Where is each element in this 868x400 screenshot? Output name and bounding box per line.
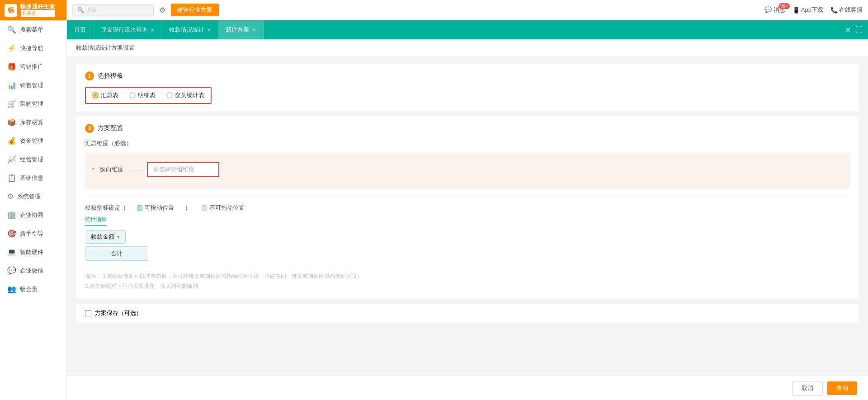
marketing-icon: 🎁: [7, 62, 16, 71]
radio-detail-circle: [129, 92, 136, 99]
finance-icon: 💰: [7, 136, 16, 145]
metric-dropdown-icon: ▼: [116, 235, 121, 240]
sidebar-item-marketing[interactable]: 🎁 营销推广: [0, 57, 66, 76]
metric-tag-receipt-amount[interactable]: 收款金额 ▼: [85, 229, 148, 245]
tab-bank-flow[interactable]: 现金银行流水查询 ×: [94, 20, 162, 39]
tab-expand-icon[interactable]: ⛶: [855, 26, 863, 34]
page-header: 收款情况统计方案设置: [67, 39, 868, 57]
radio-detail[interactable]: 明细表: [129, 91, 156, 99]
legend-static-item: 不可拖动位置: [202, 204, 245, 212]
metric-total: 合计: [85, 246, 148, 261]
topbar-actions: 💬 消息 99+ 📱 App下载 📞 在线客服: [764, 6, 863, 14]
sidebar-item-purchase[interactable]: 🛒 采购管理: [0, 94, 66, 113]
cancel-button[interactable]: 取消: [792, 381, 823, 395]
sidebar-item-system[interactable]: ⚙ 系统管理: [0, 187, 66, 206]
sidebar-item-member[interactable]: 👥 畅会员: [0, 280, 66, 298]
dimension-area: * 纵向维度 —— 请选择分组维度: [85, 153, 850, 189]
sidebar-item-hardware[interactable]: 💻 智能硬件: [0, 243, 66, 261]
search-menu-icon: 🔍: [7, 25, 16, 34]
sidebar-item-search-menu[interactable]: 🔍 搜索菜单: [0, 20, 66, 39]
metrics-group-label: 统计指标: [85, 216, 107, 226]
base-info-icon: 📋: [7, 174, 16, 182]
tab-close-all-icon[interactable]: ✕: [845, 26, 851, 34]
dimension-arrow-icon: ——: [129, 166, 142, 173]
dimension-select[interactable]: 请选择分组维度: [147, 162, 219, 177]
tab-home[interactable]: 首页: [67, 20, 94, 39]
legend-static-box: [202, 205, 207, 211]
query-button[interactable]: 查询: [827, 381, 857, 395]
sidebar-item-inventory[interactable]: 📦 库存核算: [0, 113, 66, 132]
footer: 取消 查询: [67, 376, 868, 400]
tab-receipt-stats[interactable]: 收款情况统计 ×: [162, 20, 218, 39]
sidebar-item-operations[interactable]: 📈 经营管理: [0, 150, 66, 169]
section2-header: 2 方案配置: [85, 124, 850, 133]
search-icon: 🔍: [77, 7, 84, 13]
metrics-table: 统计指标 收款金额 ▼ 合计: [85, 216, 148, 261]
required-star: *: [92, 166, 94, 173]
tabbar: 首页 现金银行流水查询 × 收款情况统计 × 新建方案 × ✕ ⛶: [67, 20, 868, 39]
notification-btn[interactable]: 💬 消息 99+: [764, 6, 785, 14]
tab-receipt-stats-close[interactable]: ×: [207, 26, 211, 33]
metrics-section: 模板指标设定（ 可拖动位置 ） 不可拖动位置 统计指标: [85, 204, 850, 261]
sidebar-nav: 🔍 搜索菜单 ⚡ 快捷导航 🎁 营销推广 📊 销售管理 🛒 采购管理 📦 库存核…: [0, 20, 66, 400]
sidebar-item-quick-nav[interactable]: ⚡ 快捷导航: [0, 39, 66, 57]
guide-icon: 🎯: [7, 229, 16, 238]
sidebar-logo: 畅 畅捷通好生意 标准版: [0, 0, 66, 20]
topbar-search[interactable]: 🔍 搜索: [72, 4, 154, 16]
dimension-row: * 纵向维度 —— 请选择分组维度: [92, 162, 843, 177]
metric-tag-inner: 收款金额 ▼: [86, 230, 126, 244]
section-config: 2 方案配置 汇总维度（必选） * 纵向维度 —— 请选择分组维度: [76, 117, 859, 298]
sidebar-item-wechat[interactable]: 💬 企业微信: [0, 261, 66, 280]
template-radio-group: 汇总表 明细表 交叉统计表: [85, 87, 212, 104]
main-area: 🔍 搜索 ⚙ 体验行业方案 💬 消息 99+ 📱 App下载 📞 在线客服 首页: [67, 0, 868, 400]
wechat-icon: 💬: [7, 266, 16, 275]
save-section: 方案保存（可选）: [76, 304, 859, 323]
download-btn[interactable]: 📱 App下载: [793, 6, 823, 14]
radio-summary-circle: [92, 92, 99, 99]
radio-cross[interactable]: 交叉统计表: [166, 91, 204, 99]
support-btn[interactable]: 📞 在线客服: [830, 6, 863, 14]
sidebar-item-base-info[interactable]: 📋 基础信息: [0, 169, 66, 187]
system-icon: ⚙: [7, 192, 14, 201]
tab-new-plan[interactable]: 新建方案 ×: [218, 20, 263, 39]
logo-icon: 畅: [5, 4, 17, 17]
tab-bank-flow-close[interactable]: ×: [151, 26, 154, 33]
sidebar: 畅 畅捷通好生意 标准版 🔍 搜索菜单 ⚡ 快捷导航 🎁 营销推广 📊 销售管理…: [0, 0, 67, 400]
sidebar-item-finance[interactable]: 💰 资金管理: [0, 132, 66, 150]
radio-summary[interactable]: 汇总表: [92, 91, 118, 99]
sales-icon: 📊: [7, 81, 16, 89]
form-body: 1 选择模板 汇总表 明细表 交叉统计表: [67, 57, 868, 330]
metrics-header: 模板指标设定（ 可拖动位置 ） 不可拖动位置: [85, 204, 850, 212]
member-icon: 👥: [7, 285, 16, 293]
hardware-icon: 💻: [7, 248, 16, 256]
logo-text: 畅捷通好生意 标准版: [20, 3, 55, 18]
gear-icon[interactable]: ⚙: [157, 4, 167, 16]
purchase-icon: 🛒: [7, 99, 16, 108]
tab-new-plan-close[interactable]: ×: [252, 26, 255, 33]
section-template: 1 选择模板 汇总表 明细表 交叉统计表: [76, 64, 859, 111]
divider: [85, 196, 850, 197]
sidebar-item-sales[interactable]: 📊 销售管理: [0, 76, 66, 94]
content-area: 收款情况统计方案设置 1 选择模板 汇总表 明细表: [67, 39, 868, 376]
industry-btn[interactable]: 体验行业方案: [171, 4, 219, 16]
legend-draggable-box: [137, 205, 142, 211]
radio-cross-circle: [166, 92, 173, 99]
sidebar-item-guide[interactable]: 🎯 新手引导: [0, 224, 66, 243]
operations-icon: 📈: [7, 155, 16, 164]
inventory-icon: 📦: [7, 118, 16, 127]
topbar: 🔍 搜索 ⚙ 体验行业方案 💬 消息 99+ 📱 App下载 📞 在线客服: [67, 0, 868, 20]
tips-section: 提示： 1.拖动标题栏可以调整布局，不可跨维度或指标区域拖动栏目字段（只能在同一…: [85, 272, 850, 291]
notification-icon: 💬: [764, 6, 772, 13]
section1-header: 1 选择模板: [85, 71, 850, 80]
tabbar-controls: ✕ ⛶: [840, 20, 868, 39]
download-icon: 📱: [793, 7, 800, 14]
enterprise-icon: 🏢: [7, 211, 16, 219]
save-checkbox[interactable]: [85, 310, 91, 316]
support-icon: 📞: [830, 7, 838, 14]
dimension-group-label: 汇总维度（必选）: [85, 139, 850, 147]
quick-nav-icon: ⚡: [7, 44, 16, 52]
sidebar-item-enterprise[interactable]: 🏢 企业协同: [0, 206, 66, 224]
legend-draggable-item: 可拖动位置: [137, 204, 174, 212]
